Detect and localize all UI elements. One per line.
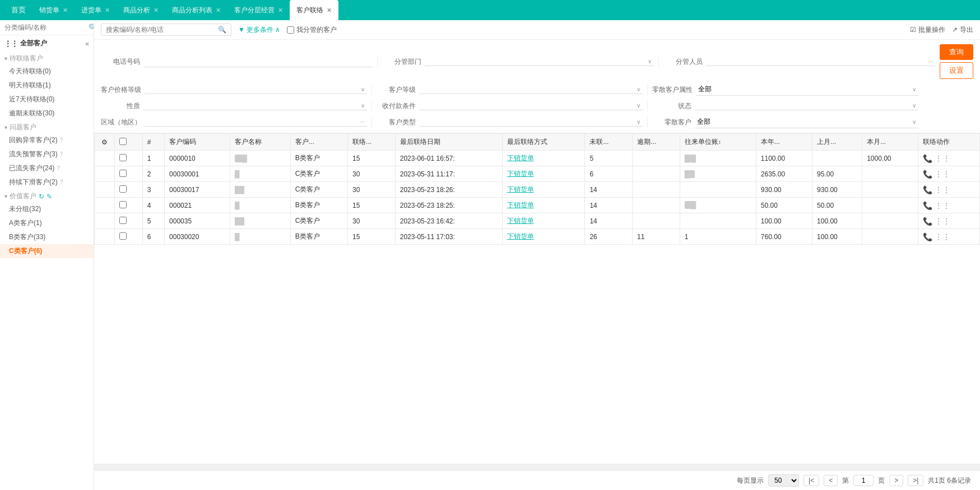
td-last-method[interactable]: 下销货单 <box>502 229 585 245</box>
close-icon[interactable]: ✕ <box>105 7 110 14</box>
nav-item-sales[interactable]: 销货单 ✕ <box>32 0 75 20</box>
th-checkbox[interactable] <box>115 134 143 151</box>
sidebar-item-tomorrow[interactable]: 明天待联络(1) <box>0 78 94 92</box>
th-contact[interactable]: 联络... <box>348 134 396 151</box>
close-icon[interactable]: ✕ <box>63 7 68 14</box>
nav-item-customer-layer[interactable]: 客户分层经营 ✕ <box>227 0 290 20</box>
set-button[interactable]: 设置 <box>940 62 973 79</box>
sidebar-item-declining[interactable]: 持续下滑客户(2) ? <box>0 175 94 189</box>
row-checkbox[interactable] <box>119 217 127 224</box>
help-icon[interactable]: ? <box>60 137 63 143</box>
td-last-method[interactable]: 下销货单 <box>502 166 585 182</box>
filter-select-nature[interactable]: ∨ <box>143 101 367 110</box>
first-page-button[interactable]: |< <box>803 475 819 486</box>
td-checkbox[interactable] <box>115 229 143 245</box>
filter-input-phone[interactable] <box>143 57 373 67</box>
sidebar-item-overdue[interactable]: 逾期未联络(30) <box>0 106 94 120</box>
more-action-icon[interactable]: ⋮⋮ <box>935 232 950 241</box>
sidebar-item-unclassified[interactable]: 未分组(32) <box>0 202 94 216</box>
search-input[interactable] <box>106 26 218 34</box>
row-checkbox[interactable] <box>119 201 127 208</box>
filter-select-dept[interactable]: ∨ <box>425 57 654 66</box>
nav-item-purchase[interactable]: 进货单 ✕ <box>75 0 117 20</box>
last-method-link[interactable]: 下销货单 <box>507 185 534 193</box>
refresh-icon[interactable]: ↻ <box>39 193 44 200</box>
th-unit-balance[interactable]: 往来单位账↕ <box>680 134 756 151</box>
last-method-link[interactable]: 下销货单 <box>507 232 534 240</box>
per-page-select[interactable]: 50 100 <box>768 474 799 487</box>
help-icon[interactable]: ? <box>60 151 63 157</box>
filter-select-manager[interactable]: ··· <box>706 57 935 66</box>
td-last-method[interactable]: 下销货单 <box>502 182 585 198</box>
row-checkbox[interactable] <box>119 170 127 177</box>
td-last-method[interactable]: 下销货单 <box>502 198 585 213</box>
contact-icon[interactable]: 📞 <box>923 217 932 226</box>
more-conditions-button[interactable]: ▼ 更多条件 ∧ <box>238 25 280 35</box>
more-action-icon[interactable]: ⋮⋮ <box>935 217 950 226</box>
help-icon[interactable]: ? <box>60 179 63 185</box>
prev-page-button[interactable]: < <box>824 475 838 486</box>
nav-home[interactable]: 首页 <box>4 5 32 15</box>
filter-select-payment[interactable]: ∨ <box>419 101 643 110</box>
sidebar-item-7days[interactable]: 近7天待联络(0) <box>0 92 94 106</box>
nav-item-product-list[interactable]: 商品分析列表 ✕ <box>165 0 227 20</box>
filter-select-customer-level[interactable]: ∨ <box>419 85 643 94</box>
batch-ops-button[interactable]: ☑ 批量操作 <box>910 25 945 35</box>
sidebar-item-class-a[interactable]: A类客户(1) <box>0 216 94 230</box>
sidebar-search-icon[interactable]: 🔍 <box>89 24 94 31</box>
td-last-method[interactable]: 下销货单 <box>502 213 585 229</box>
contact-icon[interactable]: 📞 <box>923 185 932 194</box>
export-button[interactable]: ↗ 导出 <box>952 25 973 35</box>
filter-select-status[interactable]: ∨ <box>695 101 918 110</box>
td-checkbox[interactable] <box>115 213 143 229</box>
th-name[interactable]: 客户名称 <box>230 134 290 151</box>
query-button[interactable]: 查询 <box>940 44 973 60</box>
th-this-year[interactable]: 本年... <box>756 134 812 151</box>
th-last-date[interactable]: 最后联络日期 <box>395 134 502 151</box>
filter-select-retail[interactable]: 全部 ∨ <box>695 116 918 128</box>
nav-item-product-analysis[interactable]: 商品分析 ✕ <box>117 0 165 20</box>
nav-item-customer-contact[interactable]: 客户联络 ✕ <box>290 0 338 20</box>
close-icon[interactable]: ✕ <box>278 7 283 14</box>
th-overdue[interactable]: 逾期... <box>633 134 680 151</box>
close-icon[interactable]: ✕ <box>154 7 159 14</box>
edit-icon[interactable]: ✎ <box>47 193 52 200</box>
my-customers-check[interactable] <box>287 26 294 34</box>
row-checkbox[interactable] <box>119 232 127 240</box>
more-action-icon[interactable]: ⋮⋮ <box>935 154 950 163</box>
last-method-link[interactable]: 下销货单 <box>507 201 534 209</box>
more-action-icon[interactable]: ⋮⋮ <box>935 201 950 210</box>
th-type[interactable]: 客户... <box>290 134 347 151</box>
td-checkbox[interactable] <box>115 166 143 182</box>
filter-select-retail-attr[interactable]: 全部 ∨ <box>696 83 918 96</box>
search-button[interactable]: 🔍 <box>218 26 226 34</box>
sidebar-item-class-b[interactable]: B类客户(33) <box>0 230 94 244</box>
filter-select-price-level[interactable]: ∨ <box>145 85 367 94</box>
sidebar-item-class-c[interactable]: C类客户(6) <box>0 244 94 258</box>
th-settings[interactable]: ⚙ <box>95 134 115 151</box>
page-input[interactable] <box>853 475 874 486</box>
sidebar-item-abnormal[interactable]: 回购异常客户(2) ? <box>0 133 94 147</box>
filter-select-region[interactable]: ··· <box>145 118 367 127</box>
contact-icon[interactable]: 📞 <box>923 170 932 179</box>
last-method-link[interactable]: 下销货单 <box>507 154 534 162</box>
help-icon[interactable]: ? <box>57 165 60 171</box>
filter-select-customer-type[interactable]: ∨ <box>419 118 643 127</box>
my-customers-checkbox[interactable]: 我分管的客户 <box>287 25 337 35</box>
td-checkbox[interactable] <box>115 198 143 213</box>
sidebar-search-input[interactable] <box>4 24 89 31</box>
next-page-button[interactable]: > <box>889 475 903 486</box>
td-checkbox[interactable] <box>115 151 143 166</box>
th-no-contact[interactable]: 未联... <box>585 134 633 151</box>
last-method-link[interactable]: 下销货单 <box>507 217 534 225</box>
close-icon[interactable]: ✕ <box>327 7 332 14</box>
contact-icon[interactable]: 📞 <box>923 154 932 163</box>
more-action-icon[interactable]: ⋮⋮ <box>935 170 950 179</box>
contact-icon[interactable]: 📞 <box>923 232 932 241</box>
last-page-button[interactable]: >| <box>908 475 923 486</box>
close-icon[interactable]: ✕ <box>216 7 221 14</box>
td-last-method[interactable]: 下销货单 <box>502 151 585 166</box>
row-checkbox[interactable] <box>119 154 127 161</box>
td-checkbox[interactable] <box>115 182 143 198</box>
last-method-link[interactable]: 下销货单 <box>507 170 534 178</box>
